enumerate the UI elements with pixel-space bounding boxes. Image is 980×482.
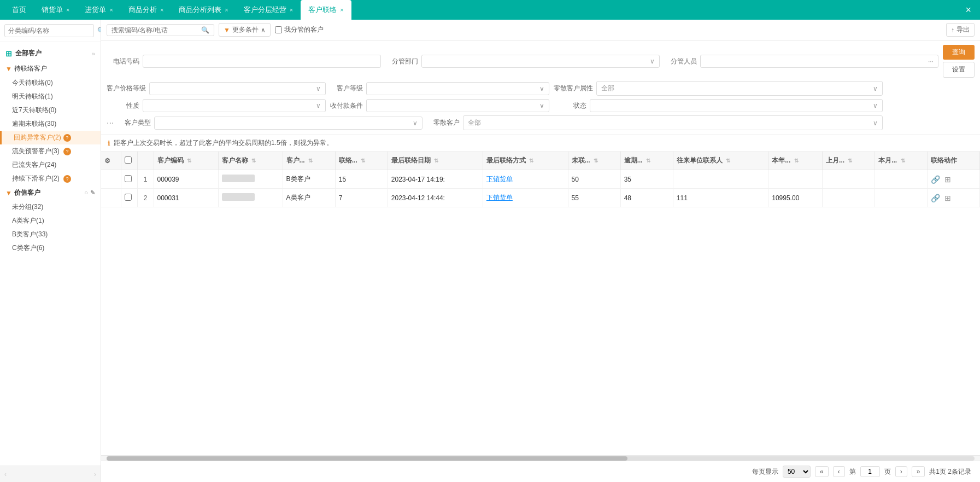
- payment-select[interactable]: ∨: [366, 99, 549, 112]
- tab-purchase-order[interactable]: 进货单 ×: [77, 0, 120, 20]
- row2-grid-icon[interactable]: ⊞: [944, 194, 951, 202]
- next-page-button[interactable]: ›: [895, 466, 907, 477]
- sidebar-item-overdue-not-contacted[interactable]: 逾期未联络(30): [0, 117, 101, 131]
- sidebar-bottom: ‹ ›: [0, 466, 101, 482]
- price-level-select[interactable]: ∨: [149, 82, 326, 95]
- category-sort-icon[interactable]: ⇅: [308, 158, 313, 164]
- sidebar-value-customers-group[interactable]: ▼ 价值客户 ○ ✎: [0, 185, 101, 200]
- sidebar-search-input[interactable]: [4, 24, 94, 37]
- sidebar-item-churned[interactable]: 已流失客户(24): [0, 158, 101, 172]
- sidebar-item-c-class[interactable]: C类客户(6): [0, 241, 101, 255]
- tab-customer-segmentation[interactable]: 客户分层经营 ×: [236, 0, 301, 20]
- main-search-icon[interactable]: 🔍: [201, 26, 209, 34]
- action-column-header: 联络动作: [928, 152, 980, 170]
- close-tab-customer-segmentation[interactable]: ×: [290, 7, 293, 13]
- customer-type-select[interactable]: ∨: [154, 117, 422, 130]
- row1-this-month: [875, 170, 928, 189]
- more-filters-button[interactable]: ▼ 更多条件 ∧: [219, 23, 271, 37]
- page-size-select[interactable]: 50 20 100: [783, 466, 811, 478]
- contacts-sort-icon[interactable]: ⇅: [361, 158, 365, 164]
- unit-contacts-sort-icon[interactable]: ⇅: [726, 158, 730, 164]
- tab-home[interactable]: 首页: [4, 0, 34, 20]
- last-contact-method-column-header: 最后联络方式 ⇅: [483, 152, 568, 170]
- tab-product-analysis[interactable]: 商品分析 ×: [121, 0, 171, 20]
- settings-column-header: ⚙: [101, 152, 121, 170]
- row1-not-contacted: 50: [568, 170, 620, 189]
- method-sort-icon[interactable]: ⇅: [529, 158, 533, 164]
- tab-sales-order[interactable]: 销货单 ×: [34, 0, 77, 20]
- horizontal-scrollbar[interactable]: [101, 455, 980, 461]
- last-month-sort-icon[interactable]: ⇅: [848, 158, 852, 164]
- phone-label: 电话号码: [107, 57, 139, 66]
- my-customers-checkbox[interactable]: [275, 26, 282, 33]
- sidebar-collapse-btn[interactable]: »: [92, 50, 95, 57]
- price-level-arrow-icon: ∨: [316, 85, 321, 92]
- customer-type-label: 客户类型: [118, 118, 151, 127]
- code-sort-icon[interactable]: ⇅: [187, 158, 191, 164]
- select-all-checkbox[interactable]: [125, 156, 132, 164]
- row1-method-link[interactable]: 下销货单: [486, 175, 513, 183]
- sidebar-item-repurchase-abnormal[interactable]: 回购异常客户(2) ?: [0, 131, 101, 144]
- settings-icon[interactable]: ⚙: [104, 157, 110, 165]
- reset-button[interactable]: 设置: [943, 62, 975, 78]
- row1-grid-icon[interactable]: ⊞: [944, 175, 951, 184]
- date-sort-icon[interactable]: ⇅: [434, 158, 438, 164]
- row2-link-icon[interactable]: 🔗: [931, 194, 940, 202]
- export-button[interactable]: ↑ 导出: [946, 23, 975, 37]
- sidebar-item-tomorrow-pending[interactable]: 明天待联络(1): [0, 90, 101, 103]
- phone-input[interactable]: [143, 55, 381, 68]
- gender-select[interactable]: ∨: [143, 99, 326, 112]
- customer-level-select[interactable]: ∨: [366, 82, 549, 95]
- this-year-sort-icon[interactable]: ⇅: [794, 158, 799, 164]
- row2-method-link[interactable]: 下销货单: [486, 194, 513, 201]
- name-sort-icon[interactable]: ⇅: [251, 158, 256, 164]
- close-tab-customer-contact[interactable]: ×: [340, 7, 343, 13]
- contacts-column-header: 联络... ⇅: [335, 152, 388, 170]
- sidebar-item-churn-warning[interactable]: 流失预警客户(3) ?: [0, 144, 101, 158]
- churn-info-icon: ?: [63, 148, 71, 155]
- more-filters-ellipsis[interactable]: ···: [107, 118, 114, 128]
- main-search-input[interactable]: [112, 26, 199, 34]
- query-button[interactable]: 查询: [943, 45, 975, 60]
- status-select[interactable]: ∨: [590, 99, 883, 112]
- my-customers-checkbox-label[interactable]: 我分管的客户: [275, 25, 324, 34]
- sidebar-search-icon[interactable]: 🔍: [97, 27, 101, 34]
- sidebar-pending-group[interactable]: ▼ 待联络客户: [0, 61, 101, 76]
- tab-product-analysis-list[interactable]: 商品分析列表 ×: [171, 0, 236, 20]
- dept-label: 分管部门: [385, 57, 418, 66]
- retail-customer-select[interactable]: 全部 ∨: [463, 115, 883, 130]
- sidebar-item-declining[interactable]: 持续下滑客户(2) ?: [0, 172, 101, 185]
- sidebar-next-icon[interactable]: ›: [94, 471, 96, 478]
- overdue-sort-icon[interactable]: ⇅: [646, 158, 650, 164]
- sidebar-edit-icons[interactable]: ○ ✎: [84, 189, 95, 196]
- this-month-sort-icon[interactable]: ⇅: [901, 158, 905, 164]
- customer-code-column-header: 客户编码 ⇅: [154, 152, 218, 170]
- info-icon: ?: [63, 134, 71, 142]
- sidebar-item-a-class[interactable]: A类客户(1): [0, 214, 101, 228]
- close-tab-product-analysis-list[interactable]: ×: [225, 7, 228, 13]
- not-contacted-sort-icon[interactable]: ⇅: [594, 158, 598, 164]
- sidebar-all-customers[interactable]: ⊞ 全部客户 »: [0, 45, 101, 61]
- retail-customer-arrow-icon: ∨: [873, 119, 878, 127]
- tab-customer-contact[interactable]: 客户联络 ×: [301, 0, 351, 20]
- retail-attr-select[interactable]: 全部 ∨: [596, 81, 883, 96]
- unit-contacts-column-header: 往来单位联系人 ⇅: [673, 152, 768, 170]
- sidebar-item-ungrouped[interactable]: 未分组(32): [0, 200, 101, 214]
- window-close-button[interactable]: ×: [961, 4, 976, 16]
- row2-select-checkbox[interactable]: [125, 194, 132, 201]
- row1-link-icon[interactable]: 🔗: [931, 175, 940, 184]
- row1-select-checkbox[interactable]: [125, 175, 132, 182]
- last-page-button[interactable]: »: [912, 466, 925, 477]
- first-page-button[interactable]: «: [815, 466, 829, 477]
- manager-select[interactable]: ···: [700, 55, 938, 68]
- sidebar-item-7days-pending[interactable]: 近7天待联络(0): [0, 103, 101, 117]
- dept-select[interactable]: ∨: [421, 55, 660, 68]
- close-tab-purchase-order[interactable]: ×: [109, 7, 113, 13]
- close-tab-sales-order[interactable]: ×: [66, 7, 69, 13]
- prev-page-button[interactable]: ‹: [833, 466, 845, 477]
- page-number-input[interactable]: [860, 466, 880, 477]
- close-tab-product-analysis[interactable]: ×: [160, 7, 163, 13]
- sidebar-prev-icon[interactable]: ‹: [4, 471, 7, 478]
- sidebar-item-today-pending[interactable]: 今天待联络(0): [0, 76, 101, 90]
- sidebar-item-b-class[interactable]: B类客户(33): [0, 228, 101, 241]
